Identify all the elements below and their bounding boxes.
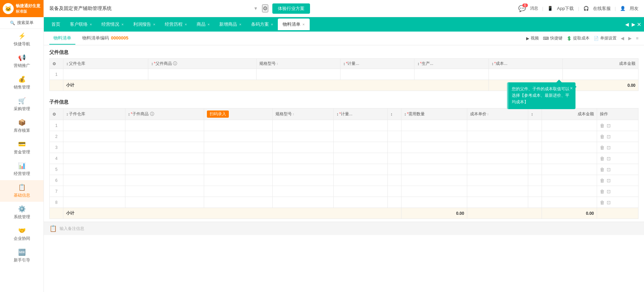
tab-bom-close[interactable]: × bbox=[302, 22, 305, 26]
tab-newgoods-close[interactable]: × bbox=[239, 22, 241, 26]
child-row-1-qty[interactable] bbox=[401, 120, 467, 131]
child-row-1-product[interactable] bbox=[125, 120, 204, 131]
sidebar-item-sales[interactable]: 💰 销售管理 bbox=[0, 72, 44, 94]
app-download-link[interactable]: App下载 bbox=[557, 5, 574, 12]
message-button[interactable]: 💬 6 bbox=[518, 5, 526, 12]
tab-profit[interactable]: 利润报告 × bbox=[128, 19, 160, 30]
enterprise-icon: 🤝 bbox=[18, 227, 26, 234]
copy-icon[interactable]: ⊡ bbox=[607, 178, 611, 183]
trial-button[interactable]: 体验行业方案 bbox=[272, 3, 310, 14]
tab-goods[interactable]: 商品 × bbox=[192, 19, 214, 30]
tab-profit-close[interactable]: × bbox=[153, 22, 155, 26]
delete-icon[interactable]: 🗑 bbox=[600, 123, 605, 128]
nav-next-arrow[interactable]: ▶ bbox=[630, 20, 637, 28]
nav-prev-arrow[interactable]: ◀ bbox=[624, 20, 630, 28]
parent-row-1-unit[interactable] bbox=[340, 69, 414, 80]
basic-icon: 📋 bbox=[18, 184, 26, 191]
table-row: 2 🗑⊡ bbox=[50, 131, 639, 142]
layout-icon[interactable]: ≡ bbox=[636, 36, 639, 41]
settings-gear-button[interactable]: ⚙ bbox=[262, 4, 268, 12]
child-col-settings[interactable]: ⚙ bbox=[50, 108, 63, 120]
child-row-1-unit[interactable] bbox=[334, 120, 388, 131]
copy-icon[interactable]: ⊡ bbox=[607, 134, 611, 139]
copy-icon[interactable]: ⊡ bbox=[607, 123, 611, 128]
tab-bom[interactable]: 物料清单 × bbox=[278, 19, 309, 30]
sidebar-item-guide[interactable]: 🆕 新手引导 bbox=[0, 245, 44, 267]
tab-operations-close[interactable]: × bbox=[121, 22, 123, 26]
tab-history-close[interactable]: × bbox=[185, 22, 187, 26]
nav-left-icon[interactable]: ◀ bbox=[621, 36, 624, 41]
nav-right-icon[interactable]: ▶ bbox=[628, 36, 632, 41]
child-row-1-unit-cost[interactable] bbox=[467, 120, 528, 131]
online-service-link[interactable]: 在线客服 bbox=[593, 5, 611, 12]
action-shortcut[interactable]: ⌨ 快捷键 bbox=[543, 35, 562, 41]
tab-customers[interactable]: 客户联络 × bbox=[65, 19, 97, 30]
parent-row-1-produce[interactable] bbox=[414, 69, 488, 80]
close-all-tabs[interactable]: ✕ bbox=[637, 21, 641, 28]
tab-barcode-close[interactable]: × bbox=[271, 22, 273, 26]
tab-history[interactable]: 经营历程 × bbox=[160, 19, 191, 30]
delete-icon[interactable]: 🗑 bbox=[600, 167, 605, 172]
sidebar-item-inventory[interactable]: 📦 库存核算 bbox=[0, 115, 44, 137]
sub-tab-bom-code[interactable]: 物料清单编码 0000005 bbox=[78, 32, 133, 45]
search-icon: 🔍 bbox=[10, 21, 15, 25]
child-col-spec: 规格型号↕ bbox=[273, 108, 334, 120]
parent-col-cost: ↕*成本... bbox=[488, 59, 562, 69]
action-video[interactable]: ▶ 视频 bbox=[526, 35, 539, 41]
tab-home[interactable]: 首页 bbox=[47, 19, 65, 30]
child-table: ⚙ ↕子件仓库 ↕*子件商品 ⓘ 扫码录入 规格型号↕ bbox=[49, 108, 639, 219]
child-row-1-spec[interactable] bbox=[273, 120, 334, 131]
child-col-scan[interactable]: 扫码录入 bbox=[204, 108, 272, 120]
sidebar: 🐱 畅捷通好生意 标准版 🔍 搜索菜单 ⚡ 快捷导航 📢 营销推广 💰 销售管理… bbox=[0, 0, 44, 292]
sidebar-item-finance[interactable]: 💳 资金管理 bbox=[0, 137, 44, 159]
sidebar-item-operations[interactable]: 📊 经营管理 bbox=[0, 159, 44, 180]
sidebar-item-purchase[interactable]: 🛒 采购管理 bbox=[0, 94, 44, 115]
sidebar-item-quicknav[interactable]: ⚡ 快捷导航 bbox=[0, 29, 44, 50]
sidebar-item-system[interactable]: ⚙️ 系统管理 bbox=[0, 202, 44, 223]
delete-icon[interactable]: 🗑 bbox=[600, 145, 605, 150]
scan-button[interactable]: 扫码录入 bbox=[207, 110, 229, 118]
user-menu[interactable]: 用友 bbox=[630, 5, 639, 12]
parent-row-1-warehouse[interactable] bbox=[63, 69, 148, 80]
delete-icon[interactable]: 🗑 bbox=[600, 178, 605, 183]
sidebar-item-basic[interactable]: 📋 基础信息 bbox=[0, 180, 44, 202]
tab-barcode[interactable]: 条码方案 × bbox=[246, 19, 278, 30]
tab-operations[interactable]: 经营情况 × bbox=[97, 19, 128, 30]
parent-col-settings[interactable]: ⚙ bbox=[50, 59, 63, 69]
copy-icon[interactable]: ⊡ bbox=[607, 189, 611, 194]
copy-icon[interactable]: ⊡ bbox=[607, 200, 611, 205]
tab-newgoods[interactable]: 新增商品 × bbox=[214, 19, 246, 30]
delete-icon[interactable]: 🗑 bbox=[600, 189, 605, 194]
action-doc-settings[interactable]: 📄 单据设置 bbox=[594, 35, 617, 41]
delete-icon[interactable]: 🗑 bbox=[600, 200, 605, 205]
tab-customers-close[interactable]: × bbox=[90, 22, 92, 26]
parent-col-spec: 规格型号↕ bbox=[257, 59, 340, 69]
copy-icon[interactable]: ⊡ bbox=[607, 145, 611, 150]
sidebar-item-enterprise[interactable]: 🤝 企业协同 bbox=[0, 223, 44, 245]
parent-col-cost-amount: 成本金额 bbox=[563, 59, 639, 69]
copy-icon[interactable]: ⊡ bbox=[607, 156, 611, 161]
parent-row-1-product[interactable] bbox=[148, 69, 257, 80]
topbar: 装备及固定资产辅助管理系统 ▼ ⚙ 体验行业方案 💬 6 消息 | 📱 App下… bbox=[44, 0, 644, 17]
sidebar-search[interactable]: 🔍 搜索菜单 bbox=[0, 17, 44, 29]
shortcut-icon: ⌨ bbox=[543, 36, 549, 41]
operations-icon: 📊 bbox=[18, 162, 26, 170]
sub-tab-bom-list[interactable]: 物料清单 bbox=[49, 32, 75, 45]
child-row-1-warehouse[interactable] bbox=[63, 120, 125, 131]
tab-goods-close[interactable]: × bbox=[208, 22, 210, 26]
parent-col-unit: ↕*计量... bbox=[340, 59, 414, 69]
copy-icon[interactable]: ⊡ bbox=[607, 167, 611, 172]
bottom-bar-label[interactable]: 输入备注信息 bbox=[60, 226, 84, 232]
parent-row-1-cost[interactable] bbox=[488, 69, 562, 80]
tooltip-arrow bbox=[556, 77, 562, 82]
topbar-dropdown-arrow[interactable]: ▼ bbox=[253, 6, 258, 11]
action-extract-cost[interactable]: 💲 提取成本 bbox=[567, 35, 590, 41]
parent-row-1-spec[interactable] bbox=[257, 69, 340, 80]
sidebar-item-marketing[interactable]: 📢 营销推广 bbox=[0, 50, 44, 72]
delete-icon[interactable]: 🗑 bbox=[600, 156, 605, 161]
delete-icon[interactable]: 🗑 bbox=[600, 134, 605, 139]
tooltip-close-button[interactable]: × bbox=[570, 84, 573, 92]
tooltip-box: × 您的父件、子件的成本取值可以选择【参考成本、最新进价、平均成本】 bbox=[507, 82, 575, 109]
parent-subtotal-label: 小计 bbox=[63, 80, 489, 91]
child-col-sort: ↕ bbox=[387, 108, 401, 120]
